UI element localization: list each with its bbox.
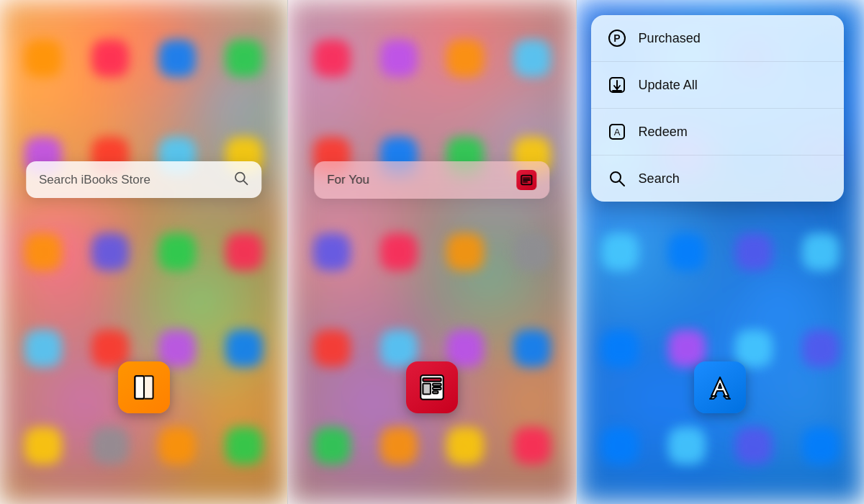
blurred-icon-grid-1 (0, 0, 287, 504)
appstore-quick-actions-card: P Purchased Update All A (591, 15, 844, 202)
appstore-app-icon-wrapper[interactable] (694, 361, 746, 413)
news-for-you-bar[interactable]: For You (314, 161, 549, 199)
ibooks-search-icon (233, 170, 248, 189)
news-panel: For You (288, 0, 575, 504)
svg-rect-14 (433, 391, 438, 393)
ibooks-app-icon-wrapper[interactable] (118, 361, 170, 413)
quick-action-purchased[interactable]: P Purchased (591, 15, 844, 62)
quick-action-redeem[interactable]: A Redeem (591, 109, 844, 156)
svg-rect-4 (135, 376, 144, 399)
news-for-you-card: For You (314, 161, 549, 199)
news-app-icon-wrapper[interactable] (406, 361, 458, 413)
search-icon (606, 167, 629, 190)
svg-rect-12 (433, 384, 441, 386)
svg-rect-11 (423, 384, 431, 395)
news-for-you-text: For You (327, 173, 369, 187)
svg-rect-13 (433, 387, 441, 390)
purchased-label: Purchased (639, 31, 701, 46)
purchased-icon: P (606, 27, 629, 50)
ibooks-panel: Search iBooks Store (0, 0, 287, 504)
ibooks-search-card: Search iBooks Store (26, 161, 261, 198)
quick-action-update-all[interactable]: Update All (591, 62, 844, 109)
svg-line-23 (619, 181, 624, 186)
ibooks-search-placeholder: Search iBooks Store (39, 173, 150, 187)
redeem-label: Redeem (639, 125, 688, 140)
update-all-label: Update All (639, 78, 698, 93)
svg-text:A: A (613, 127, 620, 138)
appstore-app-icon[interactable] (694, 361, 746, 413)
appstore-panel: P Purchased Update All A (577, 0, 864, 504)
redeem-icon: A (606, 120, 629, 143)
news-inline-icon (517, 170, 537, 190)
quick-action-search[interactable]: Search (591, 156, 844, 202)
svg-text:P: P (613, 32, 620, 44)
ibooks-search-bar[interactable]: Search iBooks Store (26, 161, 261, 198)
update-all-icon (606, 73, 629, 96)
news-app-icon[interactable] (406, 361, 458, 413)
ibooks-app-icon[interactable] (118, 361, 170, 413)
blurred-icon-grid-2 (288, 0, 575, 504)
svg-rect-10 (423, 378, 441, 381)
svg-line-1 (244, 181, 248, 184)
search-label: Search (639, 171, 680, 186)
